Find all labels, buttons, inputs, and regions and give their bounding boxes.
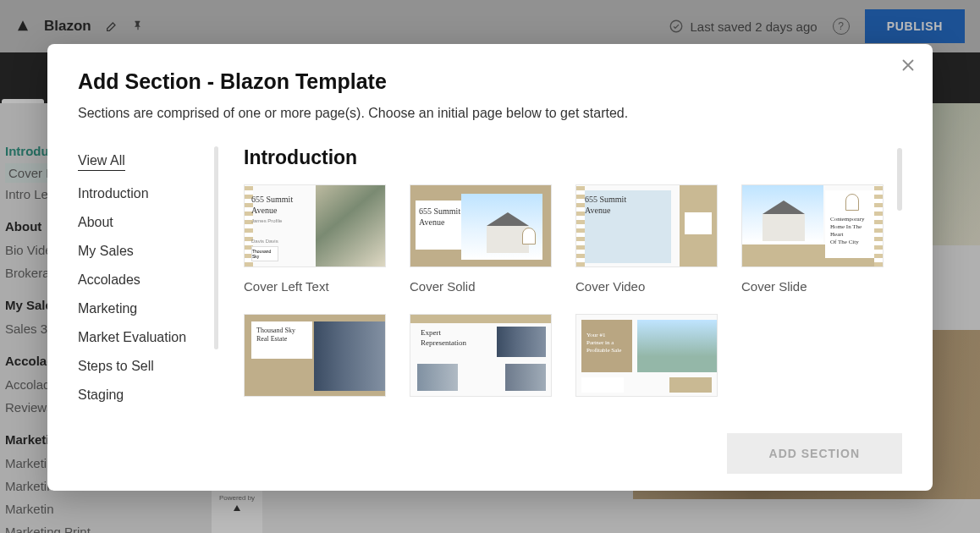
category-item[interactable]: My Sales [78,237,212,266]
template-card[interactable]: 655 SummitAvenue Cover Solid [410,184,552,294]
gallery-section-title: Introduction [244,146,902,169]
category-item[interactable]: Market Evaluation [78,323,212,352]
close-icon[interactable] [899,56,917,74]
category-item[interactable]: About [78,208,212,237]
category-item[interactable]: View All [78,146,125,171]
category-item[interactable]: Staging [78,381,212,409]
category-item[interactable]: Marketing [78,294,212,323]
add-section-button[interactable]: ADD SECTION [727,433,902,474]
template-card[interactable]: ExpertRepresentation [410,314,552,409]
template-card-label: Cover Solid [410,279,552,294]
category-item[interactable]: Steps to Sell [78,352,212,381]
category-list: View AllIntroductionAboutMy SalesAccolad… [78,146,218,426]
template-gallery: Introduction 655 SummitAvenue James Prof… [218,146,902,426]
template-card[interactable]: 655 SummitAvenue Cover Video [575,184,718,294]
template-card[interactable]: 655 SummitAvenue James Profile Davis Dav… [244,184,386,294]
add-section-modal: Add Section - Blazon Template Sections a… [47,44,933,491]
modal-subtitle: Sections are comprised of one or more pa… [78,106,902,121]
modal-title: Add Section - Blazon Template [78,69,902,94]
template-card[interactable]: Your #1 Partner in a Profitable Sale [575,314,718,409]
gallery-scrollbar[interactable] [897,148,902,211]
template-card[interactable]: Thousand SkyReal Estate [244,314,386,409]
template-card-label: Cover Left Text [244,279,386,294]
template-card-grid: 655 SummitAvenue James Profile Davis Dav… [244,184,902,409]
template-card[interactable]: Contemporary Home In The Heart Of The Ci… [741,184,884,294]
template-card-label: Cover Slide [741,279,884,294]
category-item[interactable]: Accolades [78,266,212,294]
category-item[interactable]: Introduction [78,179,212,208]
template-card-label: Cover Video [575,279,718,294]
